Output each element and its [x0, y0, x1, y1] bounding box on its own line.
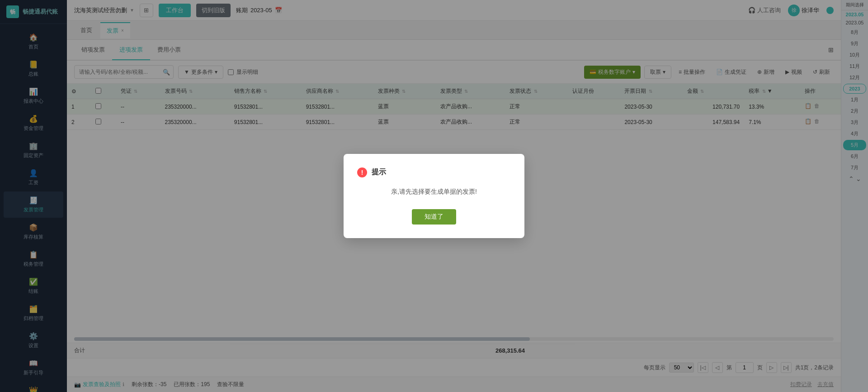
- dialog-overlay[interactable]: ! 提示 亲,请先选择要生成单据的发票! 知道了: [0, 0, 868, 392]
- confirm-btn[interactable]: 知道了: [412, 209, 456, 225]
- dialog-title-text: 提示: [372, 167, 386, 177]
- dialog-message: 亲,请先选择要生成单据的发票!: [357, 186, 511, 196]
- dialog-title: ! 提示: [357, 167, 511, 177]
- dialog-footer: 知道了: [357, 209, 511, 225]
- warning-icon: !: [357, 167, 367, 177]
- dialog: ! 提示 亲,请先选择要生成单据的发票! 知道了: [344, 154, 524, 238]
